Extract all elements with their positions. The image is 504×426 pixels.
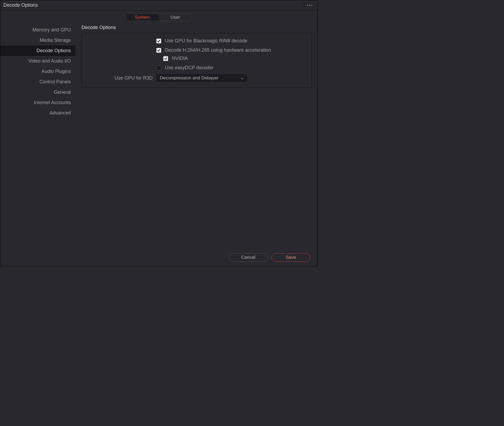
checkbox-nvidia[interactable]: [163, 56, 168, 61]
sidebar-item-label: Media Storage: [40, 38, 71, 43]
r3d-label: Use GPU for R3D: [87, 75, 156, 81]
sidebar-item-label: Internet Accounts: [34, 100, 71, 105]
section-title: Decode Options: [82, 25, 312, 30]
checkbox-nvidia-label[interactable]: NVIDIA: [172, 56, 188, 61]
system-user-tabs: System User: [125, 14, 192, 21]
check-icon: [157, 49, 160, 52]
chevron-down-icon: [241, 75, 243, 81]
main-content: Decode Options Use GPU for Blackmagic RA…: [76, 23, 317, 249]
sidebar-item-advanced[interactable]: Advanced: [0, 108, 76, 118]
sidebar: Memory and GPU Media Storage Decode Opti…: [0, 23, 76, 249]
sidebar-item-label: Advanced: [50, 110, 71, 116]
sidebar-item-memory-gpu[interactable]: Memory and GPU: [0, 25, 76, 35]
footer: Cancel Save: [0, 249, 317, 266]
sidebar-item-label: Decode Options: [36, 48, 71, 54]
checkbox-h264[interactable]: [156, 48, 161, 53]
titlebar: Decode Options: [0, 0, 317, 10]
tab-user[interactable]: User: [159, 14, 192, 21]
option-row-nvidia: NVIDIA: [87, 56, 306, 61]
sidebar-item-internet-accounts[interactable]: Internet Accounts: [0, 97, 76, 108]
option-row-easydcp: Use easyDCP decoder: [87, 65, 306, 71]
sidebar-item-audio-plugins[interactable]: Audio Plugins: [0, 66, 76, 77]
check-icon: [157, 39, 160, 43]
option-row-braw: Use GPU for Blackmagic RAW decode: [87, 38, 306, 44]
checkbox-h264-label[interactable]: Decode H.264/H.265 using hardware accele…: [165, 47, 271, 53]
tabs-row: System User: [0, 10, 317, 23]
body: Memory and GPU Media Storage Decode Opti…: [0, 23, 317, 249]
decode-options-panel: Use GPU for Blackmagic RAW decode Decode…: [82, 33, 312, 88]
cancel-button[interactable]: Cancel: [229, 253, 268, 262]
sidebar-item-label: General: [54, 89, 71, 95]
sidebar-item-control-panels[interactable]: Control Panels: [0, 77, 76, 87]
tab-system[interactable]: System: [126, 14, 159, 21]
more-icon: [307, 5, 312, 6]
checkbox-braw[interactable]: [156, 39, 161, 43]
checkbox-easydcp-label[interactable]: Use easyDCP decoder: [165, 65, 214, 71]
option-row-r3d: Use GPU for R3D Decompression and Debaye…: [87, 74, 306, 82]
window-title: Decode Options: [3, 2, 38, 8]
sidebar-item-media-storage[interactable]: Media Storage: [0, 35, 76, 46]
checkbox-easydcp[interactable]: [156, 65, 161, 70]
sidebar-item-decode-options[interactable]: Decode Options: [0, 46, 76, 56]
sidebar-item-label: Control Panels: [39, 79, 71, 85]
sidebar-item-general[interactable]: General: [0, 87, 76, 97]
save-button[interactable]: Save: [271, 253, 310, 262]
sidebar-item-label: Video and Audio I/O: [28, 58, 71, 64]
sidebar-item-label: Memory and GPU: [32, 27, 71, 33]
window-menu-button[interactable]: [304, 0, 315, 10]
r3d-select[interactable]: Decompression and Debayer: [156, 74, 247, 82]
sidebar-item-video-audio-io[interactable]: Video and Audio I/O: [0, 56, 76, 66]
check-icon: [164, 57, 167, 60]
checkbox-braw-label[interactable]: Use GPU for Blackmagic RAW decode: [165, 38, 247, 44]
option-row-h264: Decode H.264/H.265 using hardware accele…: [87, 47, 306, 53]
preferences-window: Decode Options System User Memory and GP…: [0, 0, 318, 266]
sidebar-item-label: Audio Plugins: [42, 69, 71, 74]
r3d-select-value: Decompression and Debayer: [160, 75, 218, 81]
